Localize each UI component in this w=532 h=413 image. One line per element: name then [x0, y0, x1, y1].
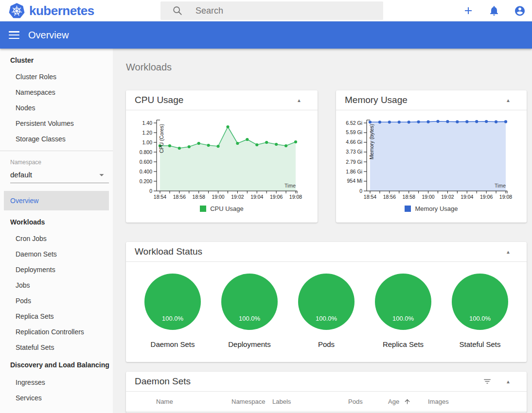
daemon-sets-title: Daemon Sets [135, 376, 483, 387]
filter-button[interactable] [483, 377, 492, 386]
legend-label: Memory Usage [415, 205, 458, 212]
sidebar-item-nodes[interactable]: Nodes [0, 100, 113, 116]
collapse-arrow-icon[interactable]: ▲ [504, 378, 512, 385]
svg-text:19:00: 19:00 [212, 194, 224, 200]
pie-deployments: 100.0% Deployments [211, 274, 288, 348]
sidebar-item-pods[interactable]: Pods [0, 293, 113, 309]
collapse-arrow-icon[interactable]: ▲ [295, 96, 303, 104]
pie-chart[interactable]: 100.0% [298, 274, 355, 330]
svg-text:19:04: 19:04 [250, 194, 263, 200]
kubernetes-brand[interactable]: kubernetes [0, 3, 152, 19]
svg-text:954 Mi: 954 Mi [347, 178, 362, 184]
memory-chart-legend: Memory Usage [336, 205, 527, 212]
chevron-down-icon [96, 170, 107, 180]
pie-chart[interactable]: 100.0% [452, 274, 508, 330]
column-header-name[interactable]: Name [156, 398, 231, 405]
sidebar-item-overview[interactable]: Overview [4, 191, 109, 210]
column-header-age-label: Age [388, 398, 399, 405]
column-header-labels[interactable]: Labels [272, 398, 348, 405]
daemon-sets-card: Daemon Sets ▲ Name Namespace Labels Pods… [126, 372, 527, 413]
pie-replica-sets: 100.0% Replica Sets [365, 274, 442, 348]
pie-percentage: 100.0% [375, 314, 431, 322]
top-app-bar: kubernetes [0, 0, 532, 21]
column-header-age[interactable]: Age [388, 398, 428, 405]
pie-chart[interactable]: 100.0% [221, 274, 278, 330]
sidebar-nav: Cluster Cluster Roles Namespaces Nodes P… [0, 49, 113, 413]
svg-text:18:58: 18:58 [403, 194, 415, 200]
sort-ascending-icon[interactable] [404, 398, 411, 405]
svg-text:1.86 Gi: 1.86 Gi [346, 169, 362, 174]
svg-text:18:58: 18:58 [193, 194, 205, 200]
page-title: Workloads [126, 62, 527, 73]
svg-text:19:06: 19:06 [480, 194, 493, 200]
namespace-value: default [10, 171, 32, 179]
sidebar-item-ingresses[interactable]: Ingresses [0, 375, 113, 390]
pie-percentage: 100.0% [452, 314, 508, 322]
pie-percentage: 100.0% [221, 314, 278, 322]
workload-status-title: Workload Status [135, 246, 504, 257]
svg-text:0.200: 0.200 [140, 178, 152, 184]
svg-text:Memory (bytes): Memory (bytes) [369, 124, 374, 159]
menu-button[interactable] [9, 31, 19, 39]
toolbar: Overview [0, 21, 532, 49]
account-button[interactable] [514, 5, 526, 17]
svg-text:0.800: 0.800 [140, 149, 152, 155]
sidebar-item-cron-jobs[interactable]: Cron Jobs [0, 231, 113, 246]
cpu-card-title: CPU Usage [135, 95, 295, 105]
search-input[interactable] [195, 6, 361, 16]
toolbar-title: Overview [28, 30, 69, 41]
memory-usage-chart[interactable]: 0954 Mi1.86 Gi2.79 Gi3.73 Gi4.66 Gi5.59 … [336, 111, 528, 202]
filter-icon [483, 377, 492, 386]
pie-chart[interactable]: 100.0% [375, 274, 431, 330]
column-header-namespace[interactable]: Namespace [231, 398, 272, 405]
collapse-arrow-icon[interactable]: ▲ [504, 96, 512, 104]
sidebar-item-deployments[interactable]: Deployments [0, 262, 113, 277]
svg-text:0: 0 [359, 188, 362, 194]
svg-text:1.00: 1.00 [142, 139, 153, 145]
sidebar-item-stateful-sets[interactable]: Stateful Sets [0, 340, 113, 355]
column-header-pods[interactable]: Pods [348, 398, 388, 405]
sidebar-item-replica-sets[interactable]: Replica Sets [0, 309, 113, 324]
menu-icon [9, 31, 19, 33]
cpu-usage-card: CPU Usage ▲ 00.2000.4000.6000.8001.001.2… [126, 90, 318, 223]
sidebar-item-persistent-volumes[interactable]: Persistent Volumes [0, 116, 113, 131]
sidebar-item-replication-controllers[interactable]: Replication Controllers [0, 324, 113, 340]
pie-percentage: 100.0% [298, 314, 355, 322]
pie-label: Daemon Sets [151, 340, 195, 348]
pie-label: Replica Sets [383, 340, 424, 348]
sidebar-item-namespaces[interactable]: Namespaces [0, 85, 113, 100]
sidebar-section-workloads: Workloads [0, 213, 113, 231]
collapse-arrow-icon[interactable]: ▲ [504, 248, 512, 256]
workload-status-card: Workload Status ▲ 100.0% Daemon Sets 100… [126, 242, 527, 362]
cpu-chart-legend: CPU Usage [126, 205, 318, 212]
pie-pods: 100.0% Pods [288, 274, 365, 348]
svg-text:CPU (Cores): CPU (Cores) [159, 124, 164, 153]
sidebar-item-daemon-sets[interactable]: Daemon Sets [0, 246, 113, 262]
create-button[interactable] [462, 5, 474, 17]
svg-text:19:08: 19:08 [499, 194, 512, 200]
svg-text:5.59 Gi: 5.59 Gi [346, 129, 362, 135]
table-header-row: Name Namespace Labels Pods Age Images [126, 392, 527, 412]
sidebar-item-cluster-roles[interactable]: Cluster Roles [0, 69, 113, 85]
sidebar-item-jobs[interactable]: Jobs [0, 277, 113, 293]
column-header-images[interactable]: Images [428, 398, 527, 405]
namespace-label: Namespace [0, 156, 113, 167]
pie-chart[interactable]: 100.0% [144, 274, 201, 330]
sidebar-item-storage-classes[interactable]: Storage Classes [0, 131, 113, 147]
svg-text:3.73 Gi: 3.73 Gi [346, 149, 362, 155]
sidebar-section-cluster: Cluster [0, 52, 113, 69]
pie-percentage: 100.0% [144, 314, 201, 322]
namespace-select[interactable]: default [10, 167, 109, 183]
svg-text:Time: Time [284, 183, 296, 189]
svg-text:1.20: 1.20 [142, 130, 153, 136]
svg-text:18:56: 18:56 [383, 194, 396, 200]
svg-text:19:06: 19:06 [270, 194, 283, 200]
pie-label: Deployments [228, 340, 271, 348]
workload-status-pies: 100.0% Daemon Sets 100.0% Deployments 10… [126, 262, 527, 348]
notifications-button[interactable] [488, 5, 500, 17]
sidebar-item-services[interactable]: Services [0, 390, 113, 406]
search-box[interactable] [160, 1, 383, 20]
svg-text:19:02: 19:02 [231, 194, 244, 200]
svg-text:4.66 Gi: 4.66 Gi [346, 139, 362, 145]
cpu-usage-chart[interactable]: 00.2000.4000.6000.8001.001.201.4018:5418… [126, 111, 318, 202]
